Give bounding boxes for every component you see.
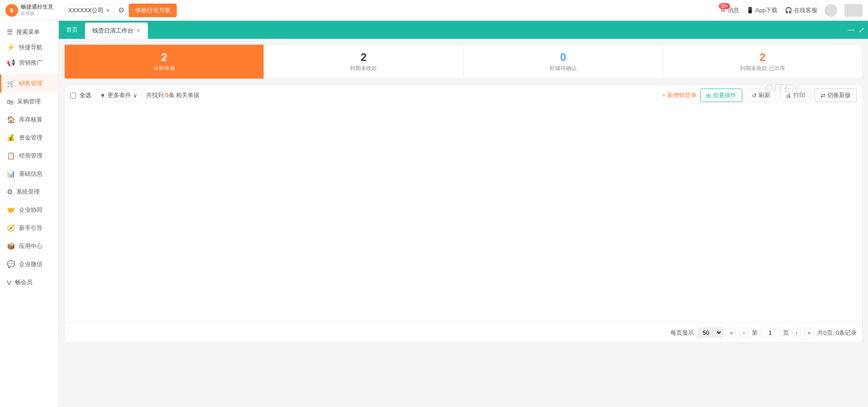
top-header: 6 畅捷通好生意 标准版 XXXXXX公司 ▼ ⚙ 体验行业方案 ✉ 99+ 消… [0, 0, 868, 21]
sidebar-quicknav-label: 快捷导航 [19, 43, 42, 51]
message-badge-wrap: ✉ 99+ [721, 7, 726, 14]
tab-home[interactable]: 首页 [59, 21, 85, 39]
filter-button[interactable]: ▼ 更多条件 ∨ [95, 89, 142, 102]
sidebar-search-label: 搜索菜单 [16, 28, 40, 36]
page-text: 第 [752, 329, 758, 337]
download-icon: 📱 [746, 7, 754, 14]
funds-icon: 💰 [7, 134, 15, 142]
sidebar-item-baseinfo[interactable]: 📊 基础信息 [0, 165, 58, 183]
tab-home-label: 首页 [66, 26, 78, 34]
tab-bar-right: — ⤢ [848, 26, 868, 34]
stat-overdue-shipped[interactable]: 2 到期未收款 已出库 [663, 45, 862, 79]
marketing-icon: 📢 [7, 59, 15, 67]
pagination: 每页显示 50 100 « ‹ 第 页 › » 共0页, 0条记录 [65, 323, 862, 342]
stat-wangpu[interactable]: 0 旺辅待确认 [464, 45, 663, 79]
tab-minimize-icon[interactable]: — [848, 26, 855, 34]
stat-wangpu-num: 0 [473, 51, 654, 64]
print-button[interactable]: 🖨 打印 [780, 89, 811, 102]
sidebar: ☰ 搜索菜单 ⚡ 快捷导航 📢 营销推广 🛒 销售管理 🛍 采购管理 🏠 库存核… [0, 21, 59, 407]
sidebar-item-inventory[interactable]: 🏠 库存核算 [0, 111, 58, 129]
app-download-action[interactable]: 📱 App下载 [746, 6, 778, 14]
last-page-button[interactable]: » [804, 328, 814, 337]
wechat-icon: 💬 [7, 260, 15, 268]
enterprise-icon: 🤝 [7, 206, 15, 214]
company-selector[interactable]: XXXXXX公司 ▼ [64, 4, 114, 17]
company-name: XXXXXX公司 [68, 6, 104, 14]
page-suffix: 页 [783, 329, 789, 337]
search-icon: ☰ [7, 28, 13, 36]
settings-icon[interactable]: ⚙ [118, 6, 124, 14]
next-page-button[interactable]: › [793, 328, 801, 337]
switch-icon: ⇄ [821, 92, 826, 99]
sidebar-item-search[interactable]: ☰ 搜索菜单 [0, 24, 58, 40]
page-size-select[interactable]: 50 100 [698, 327, 723, 338]
sidebar-marketing-label: 营销推广 [19, 59, 42, 67]
app-name: 畅捷通好生意 [21, 4, 53, 11]
prev-page-button[interactable]: ‹ [740, 328, 748, 337]
logo-icon: 6 [5, 4, 18, 17]
operation-icon: 📋 [7, 152, 15, 160]
refresh-button[interactable]: ↺ 刷新 [746, 89, 776, 102]
stat-overdue-label: 到期未收款 [273, 65, 454, 72]
sidebar-item-appstore[interactable]: 📦 应用中心 [0, 237, 58, 255]
filter-label: 更多条件 [108, 91, 131, 99]
sidebar-operation-label: 经营管理 [19, 152, 42, 160]
sidebar-sales-label: 销售管理 [19, 80, 42, 88]
stats-row: 2 全部单据 2 到期未收款 0 旺辅待确认 2 到期未收款 已出库 [64, 44, 863, 79]
stat-overdue-shipped-label: 到期未收款 已出库 [672, 65, 853, 72]
online-service-action[interactable]: 🎧 在线客服 [785, 6, 817, 14]
sidebar-item-marketing[interactable]: 📢 营销推广 [0, 55, 58, 70]
stat-all-num: 2 [74, 51, 255, 64]
batch-label: 批量操作 [713, 91, 736, 99]
print-label: 打印 [793, 91, 805, 99]
sidebar-item-enterprise[interactable]: 🤝 企业协同 [0, 201, 58, 219]
toolbar-left: 全选 ▼ 更多条件 ∨ 共找到 0条 相关单据 [70, 89, 659, 102]
tab-qianhuoriqing[interactable]: 钱货日清工作台 ✕ [85, 23, 148, 39]
sidebar-system-label: 系统管理 [16, 188, 40, 196]
sidebar-item-wechat[interactable]: 💬 企业微信 [0, 255, 58, 273]
user-name-area[interactable] [844, 4, 863, 17]
message-action[interactable]: ✉ 99+ 消息 [721, 6, 739, 14]
total-label: 共0页, 0条记录 [817, 329, 857, 337]
stat-wangpu-label: 旺辅待确认 [473, 65, 654, 72]
tab-close-icon[interactable]: ✕ [136, 28, 141, 34]
sidebar-funds-label: 资金管理 [19, 134, 42, 142]
sidebar-item-operation[interactable]: 📋 经营管理 [0, 147, 58, 165]
tab-maximize-icon[interactable]: ⤢ [859, 26, 864, 34]
sidebar-item-quicknav[interactable]: ⚡ 快捷导航 [0, 40, 58, 55]
purchase-icon: 🛍 [7, 98, 14, 106]
system-icon: ⚙ [7, 188, 13, 196]
message-badge: 99+ [719, 3, 730, 9]
filter-icon: ▼ [100, 92, 106, 99]
stat-all[interactable]: 2 全部单据 [65, 45, 264, 79]
found-text: 共找到 0条 相关单据 [146, 91, 199, 99]
baseinfo-icon: 📊 [7, 170, 15, 178]
switch-new-button[interactable]: ⇄ 切换新版 [815, 89, 857, 102]
batch-operation-button[interactable]: ⊞ 批量操作 [700, 89, 742, 102]
select-all-label: 全选 [80, 91, 91, 99]
sidebar-item-funds[interactable]: 💰 资金管理 [0, 129, 58, 147]
member-icon: V [7, 279, 11, 286]
user-avatar[interactable] [825, 4, 837, 17]
sidebar-item-guide[interactable]: 🧭 新手引导 [0, 219, 58, 237]
sidebar-item-member[interactable]: V 畅会员 [0, 273, 58, 291]
trial-button[interactable]: 体验行业方案 [129, 4, 177, 17]
stat-overdue[interactable]: 2 到期未收款 [264, 45, 463, 79]
sidebar-item-system[interactable]: ⚙ 系统管理 [0, 183, 58, 201]
first-page-button[interactable]: « [726, 328, 736, 337]
page-input[interactable] [761, 328, 779, 337]
sidebar-item-purchase[interactable]: 🛍 采购管理 [0, 93, 58, 111]
app-sub: 标准版 [21, 10, 53, 17]
main-content: 2 全部单据 2 到期未收款 0 旺辅待确认 2 到期未收款 已出库 全选 ▼ … [59, 39, 868, 407]
chevron-down-icon: ▼ [105, 8, 110, 13]
sidebar-item-sales[interactable]: 🛒 销售管理 [0, 75, 58, 93]
sidebar-baseinfo-label: 基础信息 [19, 170, 42, 178]
online-service-label: 在线客服 [794, 6, 817, 14]
sidebar-top-actions: ☰ 搜索菜单 ⚡ 快捷导航 📢 营销推广 [0, 21, 58, 75]
sidebar-wechat-label: 企业微信 [19, 260, 42, 268]
select-all-checkbox[interactable] [70, 93, 76, 98]
add-order-button[interactable]: + 新增销货单 [662, 91, 697, 99]
header-right: ✉ 99+ 消息 📱 App下载 🎧 在线客服 [721, 4, 863, 17]
stat-overdue-num: 2 [273, 51, 454, 64]
filter-chevron-icon: ∨ [133, 92, 137, 99]
